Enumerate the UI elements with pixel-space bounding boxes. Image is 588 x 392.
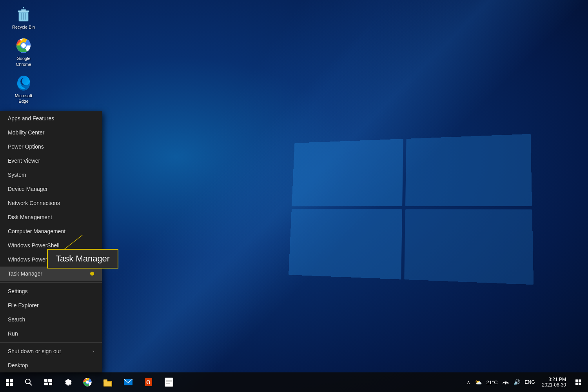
tray-time-display: 3:21 PM (548, 377, 566, 382)
task-view-button[interactable] (38, 372, 58, 392)
svg-point-8 (21, 43, 26, 48)
menu-item-settings[interactable]: Settings (0, 284, 102, 298)
tray-clock[interactable]: 3:21 PM 2021-06-30 (539, 377, 569, 388)
taskbar: O ∧ ⛅ 21°C (0, 372, 588, 392)
win-pane-1 (292, 139, 403, 206)
win-pane-4 (404, 209, 534, 285)
svg-rect-21 (103, 379, 107, 382)
svg-rect-22 (104, 382, 111, 386)
menu-item-device-manager[interactable]: Device Manager (0, 182, 102, 196)
svg-rect-13 (44, 379, 47, 382)
taskbar-office-button[interactable]: O (139, 372, 158, 392)
shut-down-arrow-icon: › (93, 348, 94, 354)
office-taskbar-icon: O (143, 377, 154, 387)
google-chrome-icon[interactable]: Google Chrome (8, 35, 39, 69)
menu-item-system[interactable]: System (0, 168, 102, 182)
context-menu: Apps and Features Mobility Center Power … (0, 111, 102, 372)
tray-notification-button[interactable] (572, 372, 584, 392)
tray-temperature: 21°C (486, 379, 499, 386)
task-manager-dot (90, 272, 94, 276)
taskbar-settings-button[interactable] (58, 372, 78, 392)
svg-point-30 (505, 383, 506, 384)
taskbar-file-explorer-button[interactable] (98, 372, 118, 392)
file-explorer-taskbar-icon (103, 377, 113, 387)
menu-item-task-manager[interactable]: Task Manager (0, 267, 102, 281)
taskbar-apps: O (78, 372, 179, 392)
svg-rect-32 (579, 379, 581, 382)
win-pane-2 (405, 134, 532, 206)
svg-rect-9 (21, 52, 26, 53)
menu-divider-1 (0, 282, 102, 283)
menu-item-computer-management[interactable]: Computer Management (0, 224, 102, 238)
tray-overflow-button[interactable]: ∧ (466, 378, 471, 386)
microsoft-edge-image (15, 74, 32, 91)
recycle-bin-image (15, 5, 32, 23)
menu-item-mobility-center[interactable]: Mobility Center (0, 125, 102, 140)
menu-item-power-options[interactable]: Power Options (0, 140, 102, 154)
start-windows-icon (6, 379, 13, 386)
desktop-icons-area: Recycle Bin (8, 4, 39, 105)
tray-weather-icon[interactable]: ⛅ (474, 378, 483, 386)
google-chrome-label: Google Chrome (9, 56, 38, 67)
windows-logo-decoration (282, 137, 525, 278)
svg-rect-34 (579, 383, 581, 385)
svg-text:O: O (146, 379, 151, 385)
microsoft-edge-icon[interactable]: Microsoft Edge (8, 73, 39, 106)
notification-icon (575, 379, 581, 385)
menu-divider-2 (0, 342, 102, 343)
microsoft-edge-label: Microsoft Edge (9, 93, 38, 104)
menu-item-apps-features[interactable]: Apps and Features (0, 111, 102, 125)
menu-item-desktop[interactable]: Desktop (0, 358, 102, 372)
menu-item-event-viewer[interactable]: Event Viewer (0, 154, 102, 168)
tray-language-indicator[interactable]: ENG (524, 379, 536, 386)
svg-rect-15 (44, 383, 48, 385)
svg-rect-2 (21, 9, 26, 11)
start-button[interactable] (0, 373, 19, 392)
notepad-taskbar-icon (164, 377, 174, 387)
svg-point-19 (86, 381, 89, 383)
recycle-bin-icon[interactable]: Recycle Bin (8, 4, 39, 31)
svg-rect-26 (165, 378, 173, 387)
menu-item-network-connections[interactable]: Network Connections (0, 196, 102, 210)
google-chrome-image (15, 37, 32, 54)
settings-icon (64, 378, 72, 386)
menu-item-shut-down[interactable]: Shut down or sign out › (0, 344, 102, 358)
tray-network-icon[interactable] (502, 378, 510, 387)
mail-taskbar-icon (123, 377, 133, 387)
tray-date-display: 2021-06-30 (542, 382, 566, 388)
svg-rect-16 (49, 383, 52, 385)
menu-item-run[interactable]: Run (0, 327, 102, 341)
taskbar-search-button[interactable] (19, 372, 38, 392)
taskbar-mail-button[interactable] (118, 372, 138, 392)
desktop: Recycle Bin (0, 0, 588, 392)
system-tray: ∧ ⛅ 21°C 🔊 ENG 3:21 PM 2021-06-30 (462, 372, 588, 392)
task-view-icon (44, 379, 52, 385)
svg-line-12 (30, 383, 32, 386)
tray-volume-icon[interactable]: 🔊 (513, 378, 521, 386)
taskbar-chrome-button[interactable] (78, 372, 97, 392)
menu-item-file-explorer[interactable]: File Explorer (0, 298, 102, 312)
svg-point-11 (25, 379, 30, 384)
svg-rect-14 (48, 379, 52, 382)
svg-rect-33 (575, 383, 578, 385)
taskbar-notepad-button[interactable] (159, 372, 179, 392)
recycle-bin-label: Recycle Bin (12, 24, 35, 30)
svg-rect-31 (575, 379, 578, 382)
chrome-taskbar-icon (82, 377, 93, 387)
menu-item-disk-management[interactable]: Disk Management (0, 210, 102, 224)
task-manager-tooltip: Task Manager (47, 249, 118, 269)
search-icon (25, 378, 33, 386)
win-pane-3 (289, 209, 402, 279)
menu-item-search[interactable]: Search (0, 312, 102, 327)
